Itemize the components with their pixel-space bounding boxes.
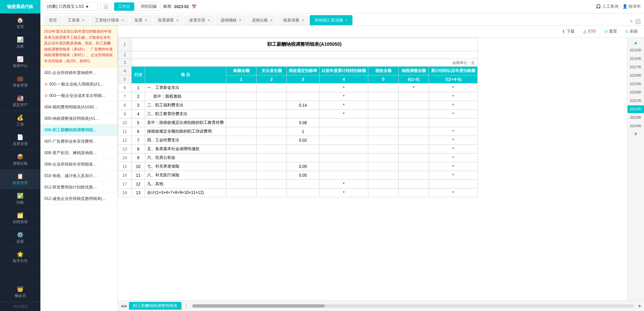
year-2019[interactable]: 2019年	[628, 80, 644, 88]
tab-close-payroll-stats[interactable]: ×	[122, 19, 124, 22]
row-2: 2	[118, 51, 478, 59]
row-3: 3 金额单位：元	[118, 59, 478, 67]
year-2015[interactable]: 2015年	[628, 46, 644, 54]
sidebar-item-purchase[interactable]: 📦 进销台账	[0, 150, 40, 170]
sidebar-item-assets-mgmt[interactable]: 💼 资金管理	[0, 72, 40, 92]
left-panel: 2019年度涉及取以前年度结转数据的申报表单元格需要手工核正确，才能保证本年及以…	[40, 26, 118, 311]
scroll-right-icon[interactable]: ▶	[639, 304, 641, 308]
tab-invoice-open[interactable]: 发票开具 ×	[184, 15, 215, 25]
sidebar-item-archive[interactable]: 🗂️ 归档管理	[0, 209, 40, 228]
tab-purchase-ledger[interactable]: 进销台账 ×	[247, 15, 277, 25]
tab-income-tax[interactable]: 所得税汇算清缴 ×	[310, 15, 352, 25]
sidebar-item-guide[interactable]: 🌟 新手引导	[0, 248, 40, 267]
year-2020[interactable]: 2020年	[628, 89, 644, 96]
restore-tab-icon[interactable]: ⬜	[635, 19, 641, 24]
form-list-item-002[interactable]: ⊘002-一般企业收入明细表(A1…	[40, 79, 117, 90]
user-avatar[interactable]: 👤 徐泽华	[622, 4, 641, 9]
right-content: ⬇ 下载 🖨 打印 ↺ 重置 ↻ 刷新	[118, 26, 644, 311]
sidebar-item-home[interactable]: 🏠 首页	[0, 13, 40, 33]
download-icon: ⬇	[562, 29, 565, 34]
sheet-options-icon[interactable]: ⋮	[184, 304, 188, 308]
table-row: 13 8 五、各类基本社会保障性缴款 *	[118, 145, 478, 153]
col-h-num: 6(1-5)	[399, 75, 429, 83]
reset-button[interactable]: ↺ 重置	[602, 28, 619, 35]
tab-payroll-stats[interactable]: 工资统计报表 ×	[90, 15, 129, 25]
membership-icon: 👑	[17, 286, 24, 292]
tab-payroll[interactable]: 工资表 ×	[63, 15, 89, 25]
form-list-item-011[interactable]: 011-研发费用加计扣除优惠…	[40, 182, 117, 193]
sidebar-item-tax[interactable]: 📋 税务管理	[0, 170, 40, 189]
tab-tax-clearance[interactable]: 税表清册 ×	[278, 15, 309, 25]
year-panel: ▲ 2015年 2016年 2017年 2018年 2019年 2020年 20…	[627, 38, 644, 300]
sidebar-item-label: 工资	[16, 122, 24, 127]
tab-close-payroll[interactable]: ×	[82, 19, 84, 22]
copy-btn[interactable]: ⬜	[100, 3, 111, 10]
table-row: 15 10 七、补充养老保险 0.05 *	[118, 162, 478, 171]
form-list-item-012[interactable]: 012-减免企业所得税优惠明细表(…	[40, 193, 117, 205]
horizontal-scrollbar[interactable]	[192, 304, 635, 308]
refresh-button[interactable]: ↻ 刷新	[623, 28, 640, 35]
form-list-item-004[interactable]: 004-期间费用明细表(A1040…	[40, 102, 117, 113]
close-tab-icon[interactable]: ×	[630, 19, 633, 24]
tab-close-purchase-check[interactable]: ×	[239, 19, 241, 22]
sidebar-item-label: 报表中心	[13, 63, 28, 68]
year-2024[interactable]: 2024年	[628, 122, 644, 130]
avatar-icon: 👤	[622, 4, 628, 9]
headset-icon: 🎧	[596, 4, 601, 9]
sidebar-item-membership[interactable]: 👑 畅会员	[0, 282, 40, 302]
main-content: (勿删) 江西股宝-LSS ▼ ⬜ 工作台 切到旧版 账期 2023-02 📅 …	[40, 0, 644, 311]
tab-home[interactable]: 首页	[44, 15, 62, 25]
tab-invoice[interactable]: 发票 ×	[129, 15, 152, 25]
workbench-button[interactable]: 工作台	[114, 2, 134, 11]
cancel-fixed-btn[interactable]: ↩取消固定	[0, 302, 40, 311]
fixed-assets-icon: 🏭	[17, 95, 24, 101]
switch-old-button[interactable]: 切到旧版	[137, 2, 161, 11]
form-list-item-003[interactable]: ⊘003-一般企业业成本支出明细…	[40, 90, 117, 102]
row-num-1: 1	[118, 38, 132, 51]
sidebar-item-label: 总账	[16, 44, 24, 49]
year-2022[interactable]: 2022年	[628, 105, 644, 113]
company-selector[interactable]: (勿删) 江西股宝-LSS ▼	[44, 2, 98, 11]
row-num-2: 2	[118, 51, 132, 59]
sidebar-item-settings[interactable]: ⚙️ 设置	[0, 228, 40, 248]
print-button[interactable]: 🖨 打印	[581, 28, 598, 35]
data-table: 1 职工薪酬纳税调整明细表(A105050) 2 3 金额单位：元	[118, 38, 478, 197]
tab-close-invoice-open[interactable]: ×	[208, 19, 210, 22]
sidebar-item-ledger[interactable]: 📊 总账	[0, 33, 40, 53]
year-2023[interactable]: 2023年	[628, 114, 644, 122]
bottom-tab-main[interactable]: 职工薪酬纳税调整明细表	[129, 302, 181, 310]
tab-close-tax-clearance[interactable]: ×	[302, 19, 304, 22]
calendar-icon[interactable]: 📅	[192, 4, 197, 9]
form-list-item-008[interactable]: 008-资产折旧、摊销及纳税…	[40, 147, 117, 159]
year-2016[interactable]: 2016年	[628, 55, 644, 63]
sidebar-item-settlement[interactable]: ✅ 结账	[0, 189, 40, 209]
assets-icon: 💼	[17, 75, 24, 82]
tab-close-income-tax[interactable]: ×	[345, 19, 347, 22]
year-2017[interactable]: 2017年	[628, 63, 644, 71]
tab-close-invoice-calc[interactable]: ×	[176, 19, 178, 22]
tab-close-invoice[interactable]: ×	[145, 19, 147, 22]
tab-purchase-check[interactable]: 进销稽核 ×	[215, 15, 246, 25]
year-scroll-down[interactable]: ▼	[633, 131, 639, 137]
form-list-item-006[interactable]: 006-职工薪酬纳税调整明细…	[40, 125, 117, 136]
tab-close-purchase-ledger[interactable]: ×	[270, 19, 272, 22]
user-service[interactable]: 🎧 人工客询	[596, 4, 618, 9]
download-button[interactable]: ⬇ 下载	[560, 28, 577, 35]
sheet-nav-left[interactable]: ◀ ▶	[121, 304, 128, 308]
form-list-item-001[interactable]: 001-企业所得税年度纳税申…	[40, 67, 117, 79]
sidebar-item-payroll[interactable]: 💰 工资	[0, 111, 40, 131]
form-list-item-009[interactable]: 009-企业所得税补充明细表…	[40, 159, 117, 170]
form-list-item-005[interactable]: 005-纳税调整项目明细表(A1…	[40, 113, 117, 125]
form-list-item-007[interactable]: 007-广告费和业务宣传费明…	[40, 136, 117, 147]
table-row: 14 9 六、住房公积金 *	[118, 153, 478, 162]
sidebar-item-reports[interactable]: 📈 报表中心	[0, 53, 40, 72]
form-list-item-010[interactable]: 010-免税、减计收入及加计…	[40, 170, 117, 182]
year-2021[interactable]: 2021年	[628, 97, 644, 105]
spreadsheet-wrapper[interactable]: 1 职工薪酬纳税调整明细表(A105050) 2 3 金额单位：元	[118, 38, 627, 300]
sidebar-item-invoice-mgmt[interactable]: 📄 发票管理	[0, 131, 40, 150]
col-g-num: 5	[368, 75, 399, 83]
sidebar-item-fixed-assets[interactable]: 🏭 固定资产	[0, 92, 40, 111]
year-scroll-up[interactable]: ▲	[633, 39, 639, 46]
year-2018[interactable]: 2018年	[628, 72, 644, 79]
tab-invoice-calc[interactable]: 发票测算 ×	[153, 15, 183, 25]
